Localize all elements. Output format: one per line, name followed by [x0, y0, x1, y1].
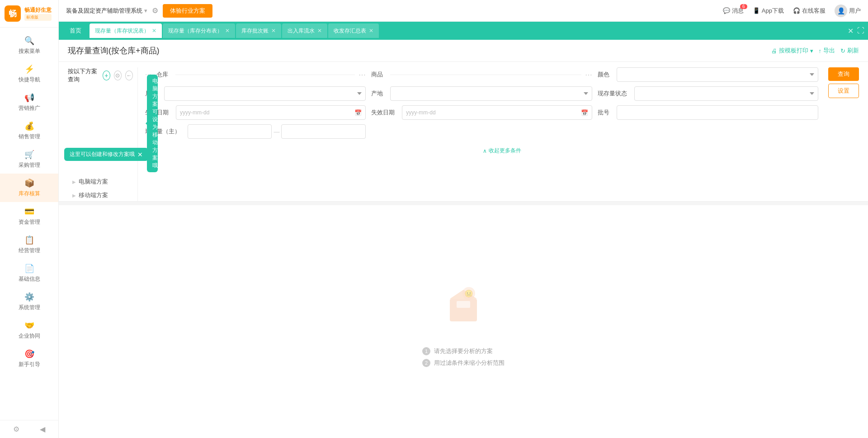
message-btn[interactable]: 💬 消息 6	[723, 7, 744, 15]
size-select[interactable]	[164, 86, 366, 101]
sidebar-item-guide[interactable]: 🎯 新手引导	[0, 344, 58, 373]
sidebar-item-search[interactable]: 🔍 搜索菜单	[0, 31, 58, 60]
inventory-icon: 📦	[24, 178, 34, 188]
status-select[interactable]	[634, 86, 818, 101]
arrow-left-btn[interactable]: ←	[125, 71, 133, 80]
marketing-icon: 📢	[24, 93, 34, 103]
filter-fields: 查询 设置 ··· 仓库 ⋯ 商品	[138, 67, 859, 201]
batch-input[interactable]	[617, 105, 818, 120]
user-menu[interactable]: 👤 用户	[835, 5, 861, 17]
sidebar: 畅 畅通好生意 标准版 🔍 搜索菜单 ⚡ 快捷导航 📢 营销推广 💰 销售管理 …	[0, 0, 59, 438]
search-button[interactable]: 查询	[828, 67, 859, 81]
sidebar-item-quicknav[interactable]: ⚡ 快捷导航	[0, 60, 58, 88]
tab-close-icon[interactable]: ✕	[317, 28, 322, 34]
tab-bar-end: ✕ ⛶	[848, 27, 864, 35]
more-icon[interactable]: ⋯	[585, 71, 592, 79]
sidebar-item-management[interactable]: 📋 经营管理	[0, 231, 58, 259]
message-icon: 💬	[723, 7, 730, 14]
tooltip2-close-btn[interactable]: ✕	[137, 151, 143, 158]
tooltip-bubble-1: 电脑方案可设为移动方案哦 ✕	[147, 75, 158, 172]
basicinfo-icon: 📄	[24, 264, 34, 273]
tab-close-all-btn[interactable]: ✕	[848, 27, 854, 35]
filter-row-3: 生产日期 yyyy-mm-dd 📅 失效日期 yyyy-mm-dd 📅	[145, 105, 859, 120]
stock-min-input[interactable]	[188, 124, 272, 139]
app-download-btn[interactable]: 📱 App下载	[753, 7, 784, 15]
sidebar-item-system[interactable]: ⚙️ 系统管理	[0, 287, 58, 316]
tab-batch-account[interactable]: 库存批次账 ✕	[236, 24, 281, 38]
more-icon[interactable]: ⋯	[359, 71, 366, 79]
origin-select[interactable]	[390, 86, 592, 101]
hint-number-1: 1	[422, 347, 430, 355]
tab-close-icon[interactable]: ✕	[271, 28, 276, 34]
collapse-sidebar-btn[interactable]: ◀	[40, 425, 45, 433]
tooltip-arrow-icon	[147, 152, 152, 157]
system-selector[interactable]: 装备及固定资产辅助管理系统 ▾	[66, 7, 147, 15]
tab-inventory-distribution[interactable]: 现存量（库存分布表） ✕	[163, 24, 235, 38]
filter-row-1: ··· 仓库 ⋯ 商品 ⋯ 颜色	[145, 67, 859, 82]
system-icon: ⚙️	[24, 292, 34, 302]
tab-close-icon[interactable]: ✕	[369, 28, 373, 34]
sidebar-item-collab[interactable]: 🤝 企业协同	[0, 316, 58, 344]
empty-icon: 😐	[436, 276, 491, 330]
reset-button[interactable]: 设置	[828, 84, 859, 98]
refresh-btn[interactable]: ↻ 刷新	[840, 47, 859, 55]
main-area: 装备及固定资产辅助管理系统 ▾ ⚙ 体验行业方案 💬 消息 6 📱 App下载 …	[59, 0, 868, 438]
add-scheme-btn[interactable]: +	[103, 71, 110, 80]
finance-icon: 💳	[24, 207, 34, 217]
tab-fullscreen-btn[interactable]: ⛶	[857, 27, 864, 35]
search-reset-group: 查询 设置	[828, 67, 859, 98]
sidebar-item-basicinfo[interactable]: 📄 基础信息	[0, 259, 58, 287]
color-select[interactable]	[617, 67, 818, 82]
filter-field-product: 商品 ⋯	[371, 71, 592, 79]
avatar: 👤	[835, 5, 847, 17]
calendar-icon[interactable]: 📅	[581, 109, 588, 116]
filter-row-4: 现存量（主） —	[145, 124, 859, 139]
svg-rect-2	[457, 301, 470, 308]
sidebar-item-finance[interactable]: 💳 资金管理	[0, 202, 58, 231]
tab-bar: 首页 现存量（库存状况表） ✕ 现存量（库存分布表） ✕ 库存批次账 ✕ 出入库…	[59, 22, 868, 40]
sidebar-item-marketing[interactable]: 📢 营销推广	[0, 88, 58, 117]
sidebar-bottom: ⚙ ◀	[0, 420, 58, 438]
range-separator: —	[274, 128, 279, 135]
filter-field-color: 颜色	[598, 67, 818, 82]
sidebar-item-sales[interactable]: 💰 销售管理	[0, 117, 58, 145]
header-right: 💬 消息 6 📱 App下载 🎧 在线客服 👤 用户	[723, 5, 861, 17]
industry-plan-button[interactable]: 体验行业方案	[163, 4, 212, 18]
filter-actions: ∧ 收起更多条件	[145, 143, 859, 158]
sidebar-item-inventory[interactable]: 📦 库存核算	[0, 174, 58, 202]
sidebar-item-purchase[interactable]: 🛒 采购管理	[0, 145, 58, 174]
logo-text: 畅通好生意 标准版	[24, 6, 52, 21]
export-btn[interactable]: ↑ 导出	[819, 47, 835, 55]
refresh-icon: ↻	[840, 47, 845, 54]
tab-in-out-flow[interactable]: 出入库流水 ✕	[282, 24, 327, 38]
empty-illustration: 😐	[436, 276, 491, 340]
scheme-sidebar: 按以下方案查询 + ⊙ ← 电脑方案可设为移动方案哦 ✕	[68, 67, 138, 201]
filter-area: 按以下方案查询 + ⊙ ← 电脑方案可设为移动方案哦 ✕	[59, 62, 868, 202]
copy-scheme-btn[interactable]: ⊙	[114, 71, 122, 80]
print-btn[interactable]: 🖨 按模板打印 ▾	[771, 47, 813, 55]
content-area: 现存量查询(按仓库+商品) 🖨 按模板打印 ▾ ↑ 导出 ↻ 刷新	[59, 40, 868, 438]
page-header: 现存量查询(按仓库+商品) 🖨 按模板打印 ▾ ↑ 导出 ↻ 刷新	[59, 40, 868, 62]
gear-icon[interactable]: ⚙	[152, 6, 158, 15]
chevron-right-icon: ▶	[72, 179, 76, 184]
calendar-icon[interactable]: 📅	[354, 109, 362, 116]
logo: 畅 畅通好生意 标准版	[0, 0, 58, 28]
scheme-desktop[interactable]: ▶ 电脑端方案	[72, 176, 133, 188]
tab-inventory-status[interactable]: 现存量（库存状况表） ✕	[90, 24, 162, 38]
collapse-conditions-btn[interactable]: ∧ 收起更多条件	[483, 147, 521, 155]
empty-hint-2: 2 用过滤条件来缩小分析范围	[422, 359, 505, 367]
settings-bottom-btn[interactable]: ⚙	[13, 425, 19, 433]
scheme-mobile[interactable]: ▶ 移动端方案	[72, 189, 133, 201]
tab-close-icon[interactable]: ✕	[225, 28, 230, 34]
scheme-list: ▶ 电脑端方案 ▶ 移动端方案	[68, 176, 133, 201]
online-support-btn[interactable]: 🎧 在线客服	[793, 7, 826, 15]
tooltip1-close-btn[interactable]: ✕	[160, 120, 166, 127]
chevron-right-icon: ▶	[72, 193, 76, 198]
logo-icon: 畅	[5, 5, 21, 22]
tab-home[interactable]: 首页	[62, 22, 89, 40]
filter-row-2: 尺码 产地 现存量状态	[145, 86, 859, 101]
filter-field-origin: 产地	[371, 86, 592, 101]
tab-receipt-summary[interactable]: 收发存汇总表 ✕	[328, 24, 379, 38]
tab-close-icon[interactable]: ✕	[152, 28, 156, 34]
stock-max-input[interactable]	[281, 124, 365, 139]
